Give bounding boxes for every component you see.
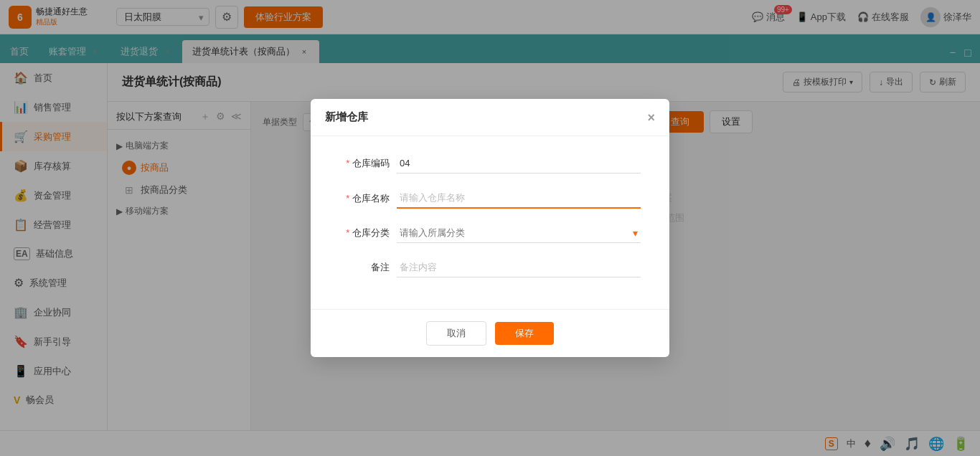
modal-body: * 仓库编码 * 仓库名称 * 仓库分类 ▾ <box>311 136 669 309</box>
warehouse-category-input[interactable] <box>397 223 641 243</box>
modal-header: 新增仓库 × <box>311 99 669 136</box>
warehouse-code-label: * 仓库编码 <box>339 157 397 170</box>
warehouse-category-label: * 仓库分类 <box>339 227 397 239</box>
form-row-name: * 仓库名称 <box>339 188 641 209</box>
form-row-code: * 仓库编码 <box>339 153 641 174</box>
form-row-remark: 备注 <box>339 257 641 277</box>
remark-input[interactable] <box>397 257 641 277</box>
modal-overlay[interactable]: 新增仓库 × * 仓库编码 * 仓库名称 * 仓库分类 <box>0 0 980 456</box>
warehouse-category-wrap: ▾ <box>397 223 641 243</box>
modal-title: 新增仓库 <box>325 110 368 124</box>
form-row-category: * 仓库分类 ▾ <box>339 223 641 243</box>
modal-close-button[interactable]: × <box>647 111 655 124</box>
modal-new-warehouse: 新增仓库 × * 仓库编码 * 仓库名称 * 仓库分类 <box>311 99 669 357</box>
warehouse-name-label: * 仓库名称 <box>339 192 397 205</box>
warehouse-name-input[interactable] <box>397 188 641 209</box>
modal-footer: 取消 保存 <box>311 309 669 357</box>
remark-label: 备注 <box>339 261 397 274</box>
warehouse-code-input[interactable] <box>397 153 641 174</box>
cancel-button[interactable]: 取消 <box>426 321 486 346</box>
save-button[interactable]: 保存 <box>495 322 554 345</box>
